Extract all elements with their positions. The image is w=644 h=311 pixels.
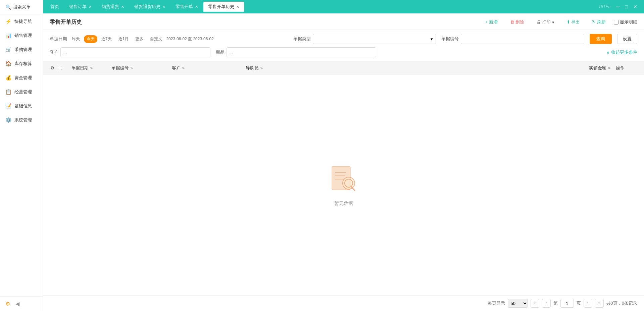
date-opt-today[interactable]: 今天 xyxy=(84,35,97,43)
th-amount-label: 实销金额 xyxy=(589,65,606,71)
th-guide-sort: ⇅ xyxy=(260,66,263,70)
tab-sales-return-label: 销货退货 xyxy=(102,4,119,10)
export-button[interactable]: ⬆ 导出 xyxy=(562,17,584,27)
sidebar-item-finance[interactable]: 💰 资金管理 xyxy=(0,71,43,85)
tab-retail-open-history-close[interactable]: ✕ xyxy=(236,5,239,9)
date-opt-custom[interactable]: 自定义 xyxy=(147,35,165,43)
date-filter-item: 单据日期 昨天 今天 近7天 近1月 更多 自定义 2023-06-02 至 2… xyxy=(50,35,288,43)
show-detail-input[interactable] xyxy=(614,20,618,24)
search-icon: 🔍 xyxy=(5,4,11,10)
tab-sales-return[interactable]: 销货退货 ✕ xyxy=(97,2,129,12)
date-label: 单据日期 xyxy=(50,36,67,42)
sidebar-item-label: 销售管理 xyxy=(14,33,32,39)
table-select-all[interactable] xyxy=(58,66,68,70)
tab-sales-order-close[interactable]: ✕ xyxy=(89,5,92,9)
sidebar-item-purchase-mgmt[interactable]: 🛒 采购管理 xyxy=(0,43,43,57)
sidebar-item-inventory[interactable]: 🏠 库存核算 xyxy=(0,57,43,71)
set-button[interactable]: 设置 xyxy=(617,34,637,44)
base-info-icon: 📝 xyxy=(5,103,12,109)
th-amount[interactable]: 实销金额 ⇅ xyxy=(573,65,613,71)
tab-sales-order[interactable]: 销售订单 ✕ xyxy=(64,2,96,12)
date-opt-7days[interactable]: 近7天 xyxy=(99,35,114,43)
pagination: 每页显示 50 10 20 100 « ‹ 第 页 › » 共0页，0条记录 xyxy=(43,295,644,311)
tab-sales-return-history-close[interactable]: ✕ xyxy=(162,5,165,9)
th-guide[interactable]: 导购员 ⇅ xyxy=(243,65,283,71)
tab-retail-open-close[interactable]: ✕ xyxy=(195,5,198,9)
th-customer[interactable]: 客户 ⇅ xyxy=(169,65,243,71)
refresh-button[interactable]: ↻ 刷新 xyxy=(588,17,610,27)
tab-retail-open[interactable]: 零售开单 ✕ xyxy=(171,2,203,12)
date-opt-1month[interactable]: 近1月 xyxy=(116,35,132,43)
tab-home-label: 首页 xyxy=(50,4,59,10)
next-page-btn[interactable]: › xyxy=(584,299,592,308)
query-button[interactable]: 查询 xyxy=(590,34,612,44)
bill-type-select[interactable]: ▾ xyxy=(313,34,436,44)
filter-row-2: 客户 ... 商品 ... ∧ 收起更多条件 xyxy=(50,47,637,57)
sidebar-search-label: 搜索采单 xyxy=(13,4,31,10)
empty-illustration xyxy=(327,163,360,197)
sidebar-item-label: 资金管理 xyxy=(14,75,32,81)
sidebar-item-quick-nav[interactable]: ⚡ 快捷导航 xyxy=(0,14,43,29)
page-label-after: 页 xyxy=(577,300,581,306)
goods-label: 商品 xyxy=(216,49,225,55)
filter-row-1: 单据日期 昨天 今天 近7天 近1月 更多 自定义 2023-06-02 至 2… xyxy=(50,34,637,44)
inventory-icon: 🏠 xyxy=(5,61,12,67)
sidebar-bottom: ⚙ ◀ xyxy=(0,296,43,311)
window-minimize[interactable]: ─ xyxy=(616,4,620,10)
th-action-label: 操作 xyxy=(616,65,625,71)
last-page-btn[interactable]: » xyxy=(595,299,604,308)
select-all-checkbox[interactable] xyxy=(58,66,62,70)
sidebar-item-label: 经营管理 xyxy=(14,89,32,95)
th-date[interactable]: 单据日期 ⇅ xyxy=(68,65,109,71)
show-detail-checkbox[interactable]: 显示明细 xyxy=(614,19,637,25)
sidebar-item-label: 系统管理 xyxy=(14,117,32,123)
sales-mgmt-icon: 📊 xyxy=(5,33,12,39)
customer-filter-item: 客户 ... xyxy=(50,47,210,57)
prev-page-btn[interactable]: ‹ xyxy=(542,299,551,308)
empty-icon xyxy=(327,163,360,197)
customer-input[interactable]: ... xyxy=(60,47,210,57)
window-close[interactable]: ✕ xyxy=(633,4,637,9)
first-page-btn[interactable]: « xyxy=(531,299,539,308)
collapse-arrow: ∧ xyxy=(606,50,610,55)
goods-input[interactable]: ... xyxy=(227,47,377,57)
page-header: 零售开单历史 + 新增 🗑 删除 🖨 打印 ▾ ⬆ 导出 ↻ 刷新 显示明细 xyxy=(43,13,644,30)
window-maximize[interactable]: □ xyxy=(625,4,628,9)
collapse-sidebar-icon[interactable]: ◀ xyxy=(15,301,19,307)
page-number-input[interactable] xyxy=(560,299,574,308)
goods-filter-item: 商品 ... xyxy=(216,47,377,57)
table-header: ⚙ 单据日期 ⇅ 单据编号 ⇅ 客户 ⇅ 导购员 ⇅ xyxy=(43,62,644,74)
settings-icon[interactable]: ⚙ xyxy=(5,301,10,307)
th-customer-label: 客户 xyxy=(172,65,181,71)
print-button[interactable]: 🖨 打印 ▾ xyxy=(532,17,558,27)
sidebar-item-sys-mgmt[interactable]: ⚙️ 系统管理 xyxy=(0,113,43,127)
delete-button[interactable]: 🗑 删除 xyxy=(506,17,529,27)
sidebar-search[interactable]: 🔍 搜索采单 xyxy=(0,0,43,14)
sidebar-item-sales-mgmt[interactable]: 📊 销售管理 xyxy=(0,29,43,43)
tab-retail-open-label: 零售开单 xyxy=(176,4,193,10)
th-customer-sort: ⇅ xyxy=(182,66,185,70)
sidebar-item-operations[interactable]: 📋 经营管理 xyxy=(0,85,43,99)
page-label-before: 第 xyxy=(553,300,558,306)
bill-num-label: 单据编号 xyxy=(441,36,459,42)
tab-retail-open-history[interactable]: 零售开单历史 ✕ xyxy=(203,2,244,12)
table-settings[interactable]: ⚙ xyxy=(47,65,58,70)
tab-sales-return-history[interactable]: 销货退货历史 ✕ xyxy=(130,2,170,12)
collapse-label: 收起更多条件 xyxy=(611,49,637,55)
date-opt-yesterday[interactable]: 昨天 xyxy=(69,35,83,43)
date-opt-more[interactable]: 更多 xyxy=(133,35,146,43)
quick-nav-icon: ⚡ xyxy=(5,18,12,24)
sidebar-item-base-info[interactable]: 📝 基础信息 xyxy=(0,99,43,113)
page-size-select[interactable]: 50 10 20 100 xyxy=(508,299,528,308)
tab-home[interactable]: 首页 xyxy=(46,2,64,12)
tab-sales-return-close[interactable]: ✕ xyxy=(121,5,124,9)
th-num-sort: ⇅ xyxy=(130,66,133,70)
th-num[interactable]: 单据编号 ⇅ xyxy=(109,65,169,71)
sidebar-item-label: 采购管理 xyxy=(14,47,32,53)
add-button[interactable]: + 新增 xyxy=(481,17,502,27)
collapse-button[interactable]: ∧ 收起更多条件 xyxy=(606,48,637,57)
bill-num-input[interactable] xyxy=(461,34,584,44)
print-arrow: ▾ xyxy=(552,20,554,25)
operations-icon: 📋 xyxy=(5,89,12,95)
th-date-label: 单据日期 xyxy=(71,65,89,71)
